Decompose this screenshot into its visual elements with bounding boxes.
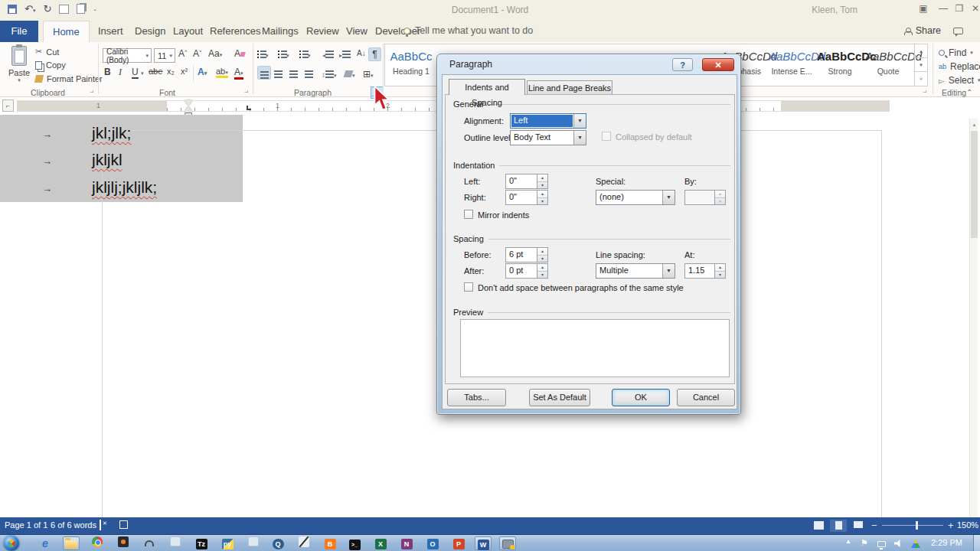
spacing-after-input[interactable]: 0 pt <box>505 263 537 279</box>
numbering-button[interactable]: ▾ <box>278 49 289 60</box>
gallery-scroll-down-icon[interactable]: ▾ <box>914 58 927 72</box>
line-spacing-combo[interactable]: Multiple ▼ <box>596 263 675 279</box>
proofing-errors-icon[interactable] <box>100 520 110 530</box>
copy-button[interactable]: Copy <box>35 60 66 70</box>
document-line[interactable]: → jkljkl <box>0 151 243 171</box>
inactive-app-icon[interactable] <box>245 536 262 550</box>
excel-icon[interactable]: X <box>372 536 389 550</box>
style-heading1[interactable]: AaBbCc Heading 1 <box>388 47 434 84</box>
scrollbar-thumb[interactable] <box>971 131 978 238</box>
bullets-button[interactable]: ▾ <box>257 49 269 60</box>
chevron-down-icon[interactable]: ▼ <box>573 131 586 145</box>
comment-icon[interactable] <box>953 28 963 34</box>
start-button[interactable] <box>4 536 19 551</box>
font-size-combo[interactable]: 11▾ <box>154 48 175 63</box>
volume-icon[interactable] <box>894 540 902 549</box>
ok-button[interactable]: OK <box>612 389 670 406</box>
decrease-indent-button[interactable]: ◂ <box>322 49 334 60</box>
first-line-indent-marker[interactable] <box>185 100 192 106</box>
format-painter-button[interactable]: Format Painter <box>35 74 103 83</box>
chevron-down-icon[interactable]: ▼ <box>662 264 675 278</box>
align-left-button[interactable] <box>257 66 271 80</box>
tray-expand-icon[interactable]: ▲ <box>845 538 851 545</box>
cut-button[interactable]: ✂Cut <box>35 47 59 57</box>
indent-left-input[interactable]: 0" <box>505 174 537 189</box>
style-strong[interactable]: AaBbCcDc Strong <box>817 47 863 84</box>
web-layout-icon[interactable] <box>850 520 867 532</box>
dont-add-space-checkbox[interactable] <box>464 282 473 292</box>
spacing-before-spinner[interactable] <box>537 247 548 262</box>
inactive-app-icon[interactable] <box>167 536 184 550</box>
document-line[interactable]: → jkl;jlk; <box>0 124 243 144</box>
indent-right-input[interactable]: 0" <box>505 190 537 205</box>
command-prompt-icon[interactable]: >_ <box>346 536 363 550</box>
page-count[interactable]: Page 1 of 1 <box>5 520 47 530</box>
network-icon[interactable] <box>877 540 886 549</box>
tab-file[interactable]: File <box>0 21 38 42</box>
show-hide-marks-button[interactable]: ¶ <box>368 47 381 61</box>
zoom-in-icon[interactable]: + <box>948 520 954 531</box>
tab-selector[interactable]: ⌐ <box>2 99 14 112</box>
python-icon[interactable]: py <box>219 536 236 550</box>
sort-button[interactable]: A↓ <box>357 49 366 57</box>
close-icon[interactable]: ✕ <box>968 3 980 14</box>
zoom-out-icon[interactable]: − <box>871 520 877 531</box>
outline-level-combo[interactable]: Body Text ▼ <box>510 130 586 145</box>
minimize-icon[interactable]: — <box>936 3 951 14</box>
multilevel-list-button[interactable]: ▾ <box>299 49 311 60</box>
spacing-before-input[interactable]: 6 pt <box>505 247 537 262</box>
alignment-combo[interactable]: Left ▼ <box>510 113 586 129</box>
find-button[interactable]: Find▾ <box>939 47 973 58</box>
spacing-after-spinner[interactable] <box>537 263 548 279</box>
outlook-icon[interactable]: O <box>424 536 441 550</box>
pen-input-icon[interactable] <box>296 536 312 550</box>
font-dialog-launcher[interactable] <box>242 88 251 97</box>
tz-app-icon[interactable]: Tz <box>193 536 210 550</box>
italic-button[interactable]: I <box>119 67 122 78</box>
paste-dropdown-icon[interactable]: ▾ <box>6 77 32 83</box>
internet-explorer-icon[interactable]: e <box>37 536 54 550</box>
print-layout-icon[interactable] <box>830 520 847 532</box>
collapsed-by-default-checkbox[interactable] <box>602 132 611 141</box>
action-center-flag-icon[interactable]: ⚑ <box>861 538 868 548</box>
remote-desktop-icon[interactable] <box>499 536 516 550</box>
tabs-button[interactable]: Tabs... <box>447 389 506 406</box>
font-family-combo[interactable]: Calibri (Body)▾ <box>103 48 152 63</box>
powerpoint-icon[interactable]: P <box>450 536 467 550</box>
zoom-level[interactable]: 150% <box>957 520 978 530</box>
underline-button[interactable]: U <box>132 67 139 79</box>
document-text[interactable]: jkljkl <box>92 151 122 169</box>
gallery-scroll-up-icon[interactable]: ▴ <box>914 44 927 58</box>
zoom-slider-handle[interactable] <box>916 521 918 530</box>
cancel-button[interactable]: Cancel <box>677 389 735 406</box>
word-count[interactable]: 6 of 6 words <box>51 520 96 530</box>
qgis-icon[interactable]: Q <box>270 536 286 550</box>
borders-button[interactable]: ⊞▾ <box>363 69 374 80</box>
document-text[interactable]: jkl;jlk; <box>92 124 131 142</box>
styles-dialog-launcher[interactable] <box>920 88 929 97</box>
replace-button[interactable]: abReplace <box>939 61 980 72</box>
media-player-icon[interactable] <box>115 536 132 550</box>
scroll-up-icon[interactable]: ▴ <box>971 120 978 129</box>
tab-home[interactable]: Home <box>43 21 90 42</box>
document-text[interactable]: jkljlj;jkljlk; <box>92 178 157 197</box>
special-combo[interactable]: (none) ▼ <box>596 190 675 205</box>
file-explorer-icon[interactable] <box>63 536 80 550</box>
set-as-default-button[interactable]: Set As Default <box>529 389 590 406</box>
line-spacing-button[interactable]: ↕▾ <box>322 69 337 80</box>
justify-button[interactable] <box>305 69 313 80</box>
gallery-more-icon[interactable]: ⩒ <box>914 72 927 86</box>
by-input[interactable] <box>684 190 715 205</box>
hanging-indent-marker[interactable] <box>185 106 192 112</box>
restore-icon[interactable]: ❐ <box>952 3 967 14</box>
superscript-button[interactable]: x² <box>181 67 188 76</box>
grow-font-button[interactable]: A˄ <box>178 48 188 59</box>
read-mode-icon[interactable] <box>810 520 827 532</box>
select-button[interactable]: ▻Select▾ <box>939 75 980 86</box>
tab-stop-marker[interactable] <box>247 106 251 110</box>
zoom-slider-track[interactable] <box>882 525 943 526</box>
collapse-ribbon-icon[interactable]: ⌃ <box>966 88 972 96</box>
share-button[interactable]: Share <box>904 25 963 36</box>
paragraph-dialog[interactable]: Paragraph ? ✕ Indents and Spacing Line a… <box>436 54 741 415</box>
shading-button[interactable]: ▾ <box>345 69 355 80</box>
